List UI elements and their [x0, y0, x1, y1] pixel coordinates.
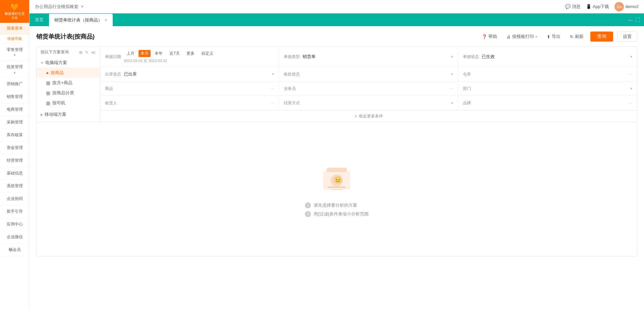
receiver-dots[interactable]: ···	[271, 101, 274, 105]
collapse-more-btn[interactable]: ∧ 收起更多条件	[100, 110, 637, 122]
print-dropdown-icon: ▾	[535, 35, 537, 39]
collapse-scheme-icon[interactable]: ≪	[91, 50, 96, 55]
scheme-group-mobile: ▶ 移动端方案	[37, 109, 100, 119]
sidebar-item-member[interactable]: 畅会员	[0, 244, 29, 256]
date-tabs-wrapper: 上月 本月 本年 近7天 更多 自定义 2023-03-01 至 2023-03…	[124, 50, 274, 63]
product-dots[interactable]: ···	[271, 86, 274, 91]
scheme-group-mobile-title[interactable]: ▶ 移动端方案	[37, 109, 100, 119]
chevron-icon: ▲	[13, 70, 16, 74]
sidebar-item-operation[interactable]: 经营管理	[0, 154, 29, 167]
empty-tips: 1 请先选择要分析的方案 2 用[过滤]条件来缩小分析范围	[305, 202, 368, 217]
logo-icon: 🧡	[5, 3, 25, 11]
add-scheme-icon[interactable]: ⊕	[79, 50, 83, 55]
sidebar-item-sales[interactable]: 销售管理	[0, 91, 29, 103]
sidebar-item-marketing[interactable]: 营销推广	[0, 78, 29, 91]
app-logo: 🧡 畅捷通好生意 标版	[0, 0, 29, 23]
date-tab-this-month[interactable]: 本月	[139, 50, 151, 57]
scheme-actions: ⊕ ✎ ≪	[79, 50, 96, 55]
breadcrumb-dropdown-icon[interactable]: ▾	[81, 4, 84, 9]
settle-dropdown-icon[interactable]: ▾	[451, 101, 453, 105]
date-tab-this-year[interactable]: 本年	[152, 50, 165, 57]
tab-home[interactable]: 首页	[30, 13, 49, 26]
left-sidebar: 🧡 畅捷通好生意 标版 搜索菜单 快捷导航 零售管理 ▼ 批发管理 ▲ 营销推广…	[0, 0, 30, 310]
sidebar-item-purchase[interactable]: 采购管理	[0, 116, 29, 129]
filter-out-status: 出库状态 已出库 ▾	[100, 67, 279, 81]
query-btn[interactable]: 查询	[590, 32, 613, 42]
sidebar-item-corp[interactable]: 企业协同	[0, 193, 29, 205]
filter-row-4: 收货人 ··· 结算方式 ▾	[100, 96, 637, 110]
filter-container: 按以下方案查询 ⊕ ✎ ≪ ▼ 电脑端方案	[36, 46, 637, 122]
status-value: 已生效	[482, 54, 495, 60]
out-status-dropdown-icon[interactable]: ▾	[272, 72, 274, 76]
group-expand-icon: ▼	[41, 61, 44, 65]
tip-num-2: 2	[305, 211, 311, 217]
sidebar-item-guide[interactable]: 新手引导	[0, 205, 29, 218]
sidebar-item-wechat[interactable]: 企业微信	[0, 231, 29, 244]
filter-row-3: 商品 ··· 业务员 ···	[100, 82, 637, 96]
print-btn[interactable]: 🖨 按模板打印 ▾	[504, 32, 540, 41]
chevron-icon: ▼	[13, 53, 16, 57]
maximize-icon[interactable]: ⛶	[635, 17, 640, 22]
sidebar-item-basic[interactable]: 基础信息	[0, 167, 29, 180]
filter-dept: 部门 ▾	[458, 82, 637, 96]
app-download-btn[interactable]: 📱 App下载	[586, 4, 609, 10]
app-icon: 📱	[586, 4, 591, 9]
print-icon: 🖨	[506, 34, 511, 39]
scheme-group-pc-title[interactable]: ▼ 电脑端方案	[37, 58, 100, 68]
settings-btn[interactable]: 设置	[617, 32, 637, 42]
filter-brand: 品牌 ···	[458, 96, 637, 110]
main-area: 办公用品行业模拟账套 ▾ 💬 消息 📱 App下载 Ea demo2 首页 销货…	[30, 0, 644, 310]
scheme-item-by-cashier[interactable]: ▦ 按司机	[37, 98, 100, 108]
tip-num-1: 1	[305, 202, 311, 208]
date-tab-last-month[interactable]: 上月	[124, 50, 137, 57]
user-menu[interactable]: Ea demo2	[614, 2, 639, 11]
sidebar-item-inventory[interactable]: 库存核算	[0, 129, 29, 142]
cashier-scheme-icon: ▦	[46, 100, 50, 106]
mobile-group-arrow: ▶	[41, 113, 43, 116]
pay-status-dropdown-icon[interactable]: ▾	[451, 72, 453, 76]
warehouse-dots[interactable]: ···	[629, 72, 632, 76]
page-title: 销货单统计表(按商品)	[36, 33, 95, 41]
sidebar-item-wholesale[interactable]: 批发管理 ▲	[0, 61, 29, 78]
filter-status: 单据状态 已生效 ▾	[458, 47, 637, 67]
minimize-icon[interactable]: —	[628, 17, 633, 22]
help-btn[interactable]: ❓ 帮助	[479, 32, 500, 41]
scheme-item-by-category[interactable]: ▦ 按商品分类	[37, 88, 100, 98]
salesperson-dots[interactable]: ···	[450, 86, 453, 91]
date-range-display: 2023-03-01 至 2023-03-31	[124, 58, 274, 63]
filter-pay-status: 收款状态 ▾	[279, 67, 458, 81]
export-btn[interactable]: ⬆ 导出	[544, 32, 563, 41]
header-actions: 💬 消息 📱 App下载 Ea demo2	[565, 2, 639, 11]
edit-scheme-icon[interactable]: ✎	[85, 50, 89, 55]
date-tab-more[interactable]: 更多	[184, 50, 197, 57]
tab-report[interactable]: 销货单统计表（按商品） ✕	[49, 14, 113, 27]
sidebar-item-retail[interactable]: 零售管理 ▼	[0, 44, 29, 61]
filter-warehouse: 仓库 ···	[458, 67, 637, 81]
search-menu[interactable]: 搜索菜单	[0, 23, 29, 34]
date-tab-7days[interactable]: 近7天	[167, 50, 182, 57]
close-tab-icon[interactable]: ✕	[104, 18, 107, 22]
sidebar-item-finance[interactable]: 资金管理	[0, 142, 29, 154]
status-dropdown-icon[interactable]: ▾	[630, 54, 632, 59]
svg-rect-1	[327, 168, 347, 172]
type-dropdown-icon[interactable]: ▾	[451, 54, 453, 59]
tab-bar: 首页 销货单统计表（按商品） ✕ — ⛶	[30, 13, 644, 26]
quick-nav[interactable]: 快捷导航	[0, 34, 29, 44]
message-btn[interactable]: 💬 消息	[565, 4, 581, 10]
brand-dots[interactable]: ···	[629, 101, 632, 105]
refresh-icon: ↻	[570, 34, 574, 39]
sidebar-item-apps[interactable]: 应用中心	[0, 218, 29, 231]
sidebar-item-ecom[interactable]: 电商管理	[0, 103, 29, 116]
date-tab-custom[interactable]: 自定义	[199, 50, 216, 57]
filter-settle: 结算方式 ▾	[279, 96, 458, 110]
empty-tip-2: 2 用[过滤]条件来缩小分析范围	[305, 211, 368, 217]
message-icon: 💬	[565, 4, 571, 9]
dept-dropdown-icon[interactable]: ▾	[630, 86, 632, 91]
svg-text:😐: 😐	[334, 176, 342, 184]
page-actions: ❓ 帮助 🖨 按模板打印 ▾ ⬆ 导出 ↻ 刷新	[479, 32, 637, 42]
scheme-item-by-product[interactable]: ● 按商品	[37, 68, 100, 78]
sidebar-item-system[interactable]: 系统管理	[0, 180, 29, 193]
scheme-item-by-month-product[interactable]: ▦ 按月+商品	[37, 78, 100, 88]
refresh-btn[interactable]: ↻ 刷新	[567, 32, 586, 41]
filter-date: 单据日期 上月 本月 本年 近7天 更多 自定义 2023-03-01 至 20…	[100, 47, 279, 67]
